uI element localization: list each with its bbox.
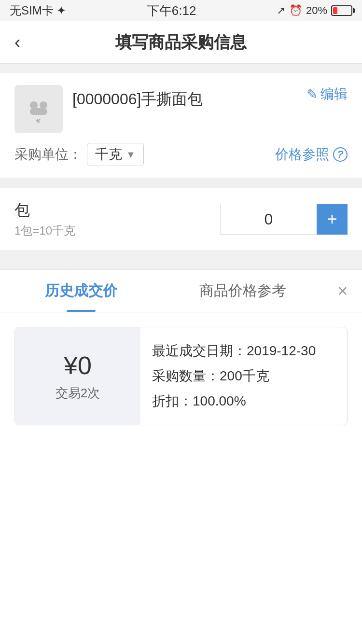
quantity-sub-text: 1包=10千克 (14, 223, 75, 238)
back-button[interactable]: ‹ (14, 32, 20, 53)
history-content: ¥0 交易2次 最近成交日期：2019-12-30 采购数量：200千克 折扣：… (0, 312, 362, 440)
product-name: [0000006]手撕面包 (72, 85, 203, 110)
battery-text: 20% (306, 4, 327, 17)
quantity-plus-button[interactable]: + (317, 204, 348, 235)
product-unit-row: 采购单位： 千克 ▼ 价格参照 ? (14, 143, 348, 166)
unit-select[interactable]: 千克 ▼ (87, 143, 144, 166)
battery-fill (333, 7, 337, 14)
history-price-display: ¥0 (64, 351, 92, 380)
dropdown-arrow-icon: ▼ (126, 149, 136, 160)
currency-symbol: ¥ (64, 351, 78, 379)
quantity-unit: 包 (14, 200, 75, 221)
status-bar-time: 下午6:12 (147, 2, 196, 19)
page-title: 填写商品采购信息 (115, 31, 247, 54)
quantity-input-block: + (220, 204, 348, 235)
history-trades: 交易2次 (56, 385, 100, 402)
price-reference-button[interactable]: 价格参照 ? (275, 145, 348, 164)
carrier-text: 无SIM卡 ✦ (10, 3, 66, 18)
quantity-input[interactable] (220, 204, 317, 235)
svg-point-1 (40, 101, 47, 109)
product-card: 鲜 [0000006]手撕面包 ✎ 编辑 采购单位： 千克 ▼ 价格参照 ? (0, 73, 362, 178)
history-card-right: 最近成交日期：2019-12-30 采购数量：200千克 折扣：100.00% (140, 327, 347, 425)
alarm-icon: ⏰ (289, 4, 302, 17)
tab-close-button[interactable]: × (323, 281, 362, 301)
status-bar-left: 无SIM卡 ✦ (10, 3, 66, 18)
discount-label: 折扣： (152, 393, 193, 408)
unit-label: 采购单位： (14, 145, 82, 164)
tab-reference-label: 商品价格参考 (199, 281, 286, 301)
tab-active-indicator (67, 310, 96, 312)
battery-icon (331, 5, 352, 16)
nav-bar: ‹ 填写商品采购信息 (0, 21, 362, 64)
tab-history-label: 历史成交价 (45, 281, 117, 301)
purchase-qty-label: 采购数量： (152, 368, 220, 383)
product-header: 鲜 [0000006]手撕面包 ✎ 编辑 (14, 85, 348, 133)
edit-button[interactable]: ✎ 编辑 (306, 85, 348, 103)
recent-date-row: 最近成交日期：2019-12-30 (152, 342, 335, 360)
section-divider (0, 178, 362, 187)
location-icon: ↗ (277, 4, 285, 17)
discount-row: 折扣：100.00% (152, 392, 335, 410)
quantity-label-block: 包 1包=10千克 (14, 200, 75, 238)
svg-rect-2 (30, 108, 47, 115)
discount-value: 100.00% (193, 393, 246, 408)
edit-label: 编辑 (320, 85, 348, 103)
section-divider-2 (0, 250, 362, 260)
svg-text:鲜: 鲜 (36, 118, 41, 124)
tab-history-price[interactable]: 历史成交价 (0, 270, 162, 312)
recent-date-value: 2019-12-30 (247, 343, 316, 358)
unit-value: 千克 (95, 145, 122, 164)
bottom-space (0, 440, 362, 644)
price-ref-label: 价格参照 (275, 145, 329, 164)
tabs-header: 历史成交价 商品价格参考 × (0, 270, 362, 312)
edit-icon: ✎ (306, 86, 318, 102)
history-card: ¥0 交易2次 最近成交日期：2019-12-30 采购数量：200千克 折扣：… (14, 327, 348, 425)
price-ref-help-icon: ? (333, 147, 348, 162)
status-bar: 无SIM卡 ✦ 下午6:12 ↗ ⏰ 20% (0, 0, 362, 21)
tabs-section: 历史成交价 商品价格参考 × ¥0 交易2次 最近成交日期：2019-12-30… (0, 269, 362, 440)
unit-selector-group: 采购单位： 千克 ▼ (14, 143, 144, 166)
status-bar-right: ↗ ⏰ 20% (277, 4, 352, 17)
price-amount: 0 (78, 351, 92, 379)
purchase-qty-value: 200千克 (220, 368, 269, 383)
tab-price-reference[interactable]: 商品价格参考 (162, 270, 323, 312)
quantity-section: 包 1包=10千克 + (0, 188, 362, 250)
product-thumbnail: 鲜 (14, 85, 63, 133)
svg-point-0 (30, 101, 38, 109)
question-mark: ? (337, 148, 343, 161)
purchase-qty-row: 采购数量：200千克 (152, 367, 335, 385)
product-info: 鲜 [0000006]手撕面包 (14, 85, 306, 133)
history-card-left: ¥0 交易2次 (15, 327, 140, 425)
recent-date-label: 最近成交日期： (152, 343, 247, 358)
